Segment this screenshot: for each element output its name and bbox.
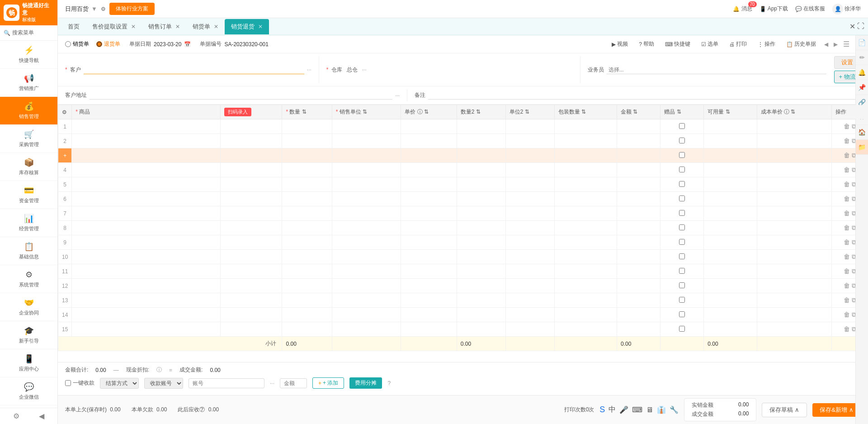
right-panel-home-btn[interactable]: 🏠	[856, 125, 868, 140]
row-1-pack-qty[interactable]	[554, 119, 617, 134]
add-payment-btn[interactable]: + + 添加	[312, 377, 344, 389]
tab-close-sales-delivery[interactable]: ✕	[214, 24, 218, 30]
shortcut-btn[interactable]: ⌨ 快捷键	[662, 39, 693, 49]
app-download-btn[interactable]: 📱 App下载	[760, 5, 788, 13]
print-btn[interactable]: 🖨 打印	[726, 39, 750, 49]
row-2-qty2[interactable]	[457, 134, 505, 148]
row-3-amount[interactable]	[617, 148, 660, 163]
list-view-btn[interactable]: ☰	[843, 40, 849, 48]
row-1-gift[interactable]	[660, 119, 704, 134]
account-number-input[interactable]	[189, 378, 264, 388]
row-2-amount[interactable]	[617, 134, 660, 148]
sidebar-item-sales[interactable]: 💰 销售管理	[0, 97, 57, 125]
collapse-sidebar-btn[interactable]: ◀	[39, 412, 44, 420]
row-3-unit[interactable]	[332, 148, 401, 163]
row-2-qty[interactable]	[282, 134, 332, 148]
account-more-btn[interactable]: ···	[270, 380, 274, 386]
fee-split-btn[interactable]: 费用分摊	[349, 377, 382, 389]
calc-method-select[interactable]: 结算方式	[100, 378, 139, 389]
experience-btn[interactable]: 体验行业方案	[109, 3, 155, 15]
select-btn[interactable]: ☑ 选单	[698, 39, 721, 49]
delete-row-btn[interactable]: 🗑	[844, 325, 850, 333]
row-3-product[interactable]	[72, 148, 221, 163]
sidebar-item-operations[interactable]: 📊 经营管理	[0, 209, 57, 237]
delete-row-btn[interactable]: 🗑	[844, 253, 850, 261]
row-2-pack-qty[interactable]	[554, 134, 617, 148]
remark-input[interactable]	[428, 91, 861, 100]
row-3-qty[interactable]	[282, 148, 332, 163]
row-1-price[interactable]	[401, 119, 457, 134]
sidebar-item-purchase[interactable]: 🛒 采购管理	[0, 125, 57, 153]
right-panel-active-btn[interactable]: 📁	[856, 140, 868, 155]
sogou-icon[interactable]: S	[599, 405, 605, 414]
history-btn[interactable]: 📋 历史单据	[783, 39, 819, 49]
tab-sales-delivery[interactable]: 销货单 ✕	[186, 19, 225, 34]
delete-row-btn[interactable]: 🗑	[844, 181, 850, 188]
fee-help-icon[interactable]: ?	[387, 380, 391, 386]
sidebar-item-wechat[interactable]: 💬 企业微信	[0, 377, 57, 405]
sidebar-item-marketing[interactable]: 📢 营销推广	[0, 69, 57, 97]
mic-icon[interactable]: 🎤	[619, 405, 628, 414]
close-tab-btn[interactable]: ✕	[849, 22, 855, 31]
row-3-gift[interactable]	[660, 148, 704, 163]
account-select[interactable]: 收款账号	[144, 378, 183, 389]
calendar-icon[interactable]: 📅	[184, 41, 191, 48]
right-panel-doc-btn[interactable]: 📄	[856, 35, 868, 50]
delete-row-btn[interactable]: 🗑	[844, 282, 850, 290]
tab-close-sales-order[interactable]: ✕	[175, 24, 180, 30]
delete-row-btn[interactable]: 🗑	[844, 296, 850, 304]
keyboard2-icon[interactable]: ⌨	[632, 405, 642, 414]
row-3-cost-price[interactable]	[757, 148, 832, 163]
one-click-payment-check[interactable]: 一键收款	[65, 379, 94, 387]
row-3-unit2[interactable]	[505, 148, 554, 163]
row-2-cost-price[interactable]	[757, 134, 832, 148]
row-1-unit2[interactable]	[505, 119, 554, 134]
settings-footer-btn[interactable]: ⚙	[13, 412, 19, 420]
warehouse-more-btn[interactable]: ···	[362, 67, 367, 73]
help-btn[interactable]: ? 帮助	[636, 39, 657, 49]
search-menu[interactable]: 🔍 搜索菜单	[0, 25, 57, 41]
tab-sales-order[interactable]: 销售订单 ✕	[142, 19, 186, 34]
sale-type-radio[interactable]: 销货单	[65, 40, 89, 48]
delete-row-btn[interactable]: 🗑	[844, 210, 850, 217]
sidebar-item-inventory[interactable]: 📦 库存核算	[0, 153, 57, 181]
notification-area[interactable]: 🔔 消息 70	[733, 5, 752, 13]
salesperson-input[interactable]	[607, 66, 827, 74]
delete-row-btn[interactable]: 🗑	[844, 238, 850, 246]
tab-close-sales-return[interactable]: ✕	[258, 24, 263, 30]
sidebar-item-app-center[interactable]: 📱 应用中心	[0, 349, 57, 377]
tab-close-price-settings[interactable]: ✕	[131, 24, 136, 30]
right-panel-bell-btn[interactable]: 🔔	[856, 65, 868, 80]
row-2-unit2[interactable]	[505, 134, 554, 148]
right-panel-pin-btn[interactable]: 📌	[856, 80, 868, 95]
address-more-btn[interactable]: ···	[395, 92, 400, 99]
delete-row-3-btn[interactable]: 🗑	[844, 152, 850, 159]
save-draft-btn[interactable]: 保存草稿 ∧	[762, 403, 807, 417]
row-1-product[interactable]	[72, 119, 221, 134]
right-panel-edit-btn[interactable]: ✏	[856, 50, 868, 65]
row-1-available[interactable]	[704, 119, 757, 134]
row-3-pack-qty[interactable]	[554, 148, 617, 163]
scan-input-btn[interactable]: 扫码录入	[224, 108, 251, 116]
row-1-amount[interactable]	[617, 119, 660, 134]
maximize-btn[interactable]: ⛶	[857, 22, 864, 31]
operation-btn[interactable]: ⋮ 操作	[755, 39, 778, 49]
sidebar-item-basic[interactable]: 📋 基础信息	[0, 237, 57, 265]
settings-gear-btn[interactable]: ⚙	[101, 6, 106, 12]
next-record-btn[interactable]: ▶	[834, 41, 838, 48]
row-3-price[interactable]	[401, 148, 457, 163]
delete-row-btn[interactable]: 🗑	[844, 311, 850, 319]
row-1-unit[interactable]	[332, 119, 401, 134]
delete-row-2-btn[interactable]: 🗑	[844, 137, 850, 145]
customer-input[interactable]	[84, 66, 304, 74]
col-settings-icon[interactable]: ⚙	[62, 109, 67, 115]
delete-row-btn[interactable]: 🗑	[844, 195, 850, 203]
zhong-icon[interactable]: 中	[609, 405, 616, 414]
row-2-product[interactable]	[72, 134, 221, 148]
tools-icon[interactable]: 🔧	[670, 405, 679, 414]
online-service-btn[interactable]: 💬 在线客服	[795, 5, 825, 13]
row-1-qty[interactable]	[282, 119, 332, 134]
person-icon[interactable]: 👔	[657, 405, 666, 414]
row-3-product-input[interactable]	[75, 152, 217, 159]
sidebar-item-guide[interactable]: 🎓 新手引导	[0, 321, 57, 349]
